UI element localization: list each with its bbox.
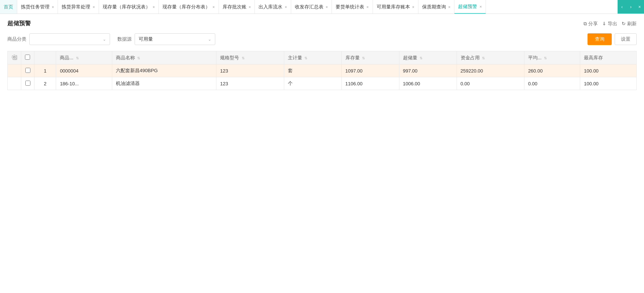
share-button[interactable]: ⧉ 分享 [583, 21, 598, 27]
nav-tab-stock-status-close[interactable]: × [153, 5, 155, 9]
row-name: 机油滤清器 [112, 77, 216, 90]
row-name: 六配套新昌490BPG [112, 64, 216, 77]
row-code: 0000004 [56, 64, 112, 77]
th-name[interactable]: 商品名称 ⇅ [112, 51, 216, 64]
filter-category: 商品分类 ⌄ [7, 33, 110, 45]
nav-arrow-right[interactable]: › [626, 0, 635, 14]
table-row: 1 0000004 六配套新昌490BPG 123 套 1097.00 997.… [8, 64, 637, 77]
nav-tab-flow-label: 出入库流水 [259, 4, 282, 10]
row-checkbox-0[interactable] [25, 68, 30, 73]
th-spec-label: 规格型号 [220, 55, 239, 60]
filter-actions: 查询 设置 [588, 33, 637, 45]
nav-tab-overstock[interactable]: 超储预警 × [454, 0, 486, 14]
nav-tab-batch-close[interactable]: × [249, 5, 251, 9]
nav-arrow-close[interactable]: × [635, 0, 644, 14]
row-gear-cell [8, 64, 21, 77]
nav-tab-summary-close[interactable]: × [326, 5, 328, 9]
row-spec: 123 [216, 64, 284, 77]
nav-tab-exception[interactable]: 拣货异常处理 × [58, 0, 99, 14]
table-header-row: 商品... ⇅ 商品名称 ⇅ 规格型号 ⇅ 主计量 ⇅ 库存量 ⇅ [8, 51, 637, 64]
category-chevron-icon: ⌄ [103, 37, 106, 42]
th-avg[interactable]: 平均... ⇅ [524, 51, 580, 64]
nav-tab-requisition[interactable]: 要货单统计表 × [332, 0, 373, 14]
query-button[interactable]: 查询 [588, 33, 612, 45]
th-code-label: 商品... [60, 55, 73, 60]
nav-tab-stock-dist[interactable]: 现存量（库存分布表） × [159, 0, 219, 14]
refresh-icon: ↻ [622, 21, 626, 26]
nav-tab-exception-label: 拣货异常处理 [62, 4, 90, 10]
select-all-checkbox[interactable] [25, 55, 30, 60]
th-index [34, 51, 56, 64]
nav-tab-batch[interactable]: 库存批次账 × [219, 0, 255, 14]
nav-tab-flow[interactable]: 出入库流水 × [255, 0, 291, 14]
nav-tab-stock-dist-close[interactable]: × [212, 5, 215, 9]
row-stock: 1097.00 [341, 64, 399, 77]
page-content: 超储预警 ⧉ 分享 ⇓ 导出 ↻ 刷新 商品分类 ⌄ 数据源 [0, 14, 644, 293]
nav-tab-summary-label: 收发存汇总表 [295, 4, 323, 10]
th-spec[interactable]: 规格型号 ⇅ [216, 51, 284, 64]
nav-tab-home-label: 首页 [4, 4, 13, 10]
gear-icon [11, 54, 17, 60]
row-index: 1 [34, 64, 56, 77]
th-max-stock-label: 最高库存 [584, 55, 603, 60]
refresh-button[interactable]: ↻ 刷新 [622, 21, 637, 27]
datasource-label: 数据源 [117, 36, 132, 42]
nav-tab-overstock-close[interactable]: × [479, 4, 482, 9]
share-icon: ⧉ [583, 21, 587, 27]
nav-arrows: ‹ › × [618, 0, 644, 14]
row-max-stock: 100.00 [580, 64, 637, 77]
th-stock[interactable]: 库存量 ⇅ [341, 51, 399, 64]
th-max-stock: 最高库存 [580, 51, 637, 64]
th-spec-sort-icon: ⇅ [242, 56, 245, 60]
th-gear[interactable] [8, 51, 21, 64]
th-stock-label: 库存量 [345, 55, 360, 60]
nav-tab-available-label: 可用量库存账本 [377, 4, 410, 10]
nav-tab-stock-status[interactable]: 现存量（库存状况表） × [99, 0, 159, 14]
nav-tab-summary[interactable]: 收发存汇总表 × [291, 0, 332, 14]
th-unit-label: 主计量 [288, 55, 302, 60]
nav-tab-batch-label: 库存批次账 [223, 4, 246, 10]
th-name-sort-icon: ⇅ [137, 56, 140, 60]
row-index: 2 [34, 77, 56, 90]
nav-tab-available[interactable]: 可用量库存账本 × [373, 0, 418, 14]
datasource-select-value: 可用量 [139, 36, 153, 42]
nav-tab-stock-status-label: 现存量（库存状况表） [103, 4, 150, 10]
row-checkbox-cell[interactable] [21, 64, 34, 77]
th-checkbox[interactable] [21, 51, 34, 64]
nav-tab-task-mgmt[interactable]: 拣货任务管理 × [17, 0, 58, 14]
settings-button[interactable]: 设置 [615, 33, 637, 45]
th-avg-sort-icon: ⇅ [544, 56, 547, 60]
row-checkbox-1[interactable] [25, 81, 30, 86]
nav-arrow-left[interactable]: ‹ [618, 0, 626, 14]
th-code[interactable]: 商品... ⇅ [56, 51, 112, 64]
nav-tab-requisition-close[interactable]: × [366, 5, 369, 9]
category-label: 商品分类 [7, 36, 26, 42]
nav-tab-expiry-close[interactable]: × [448, 5, 450, 9]
row-stock: 1106.00 [341, 77, 399, 90]
row-overstock: 997.00 [399, 64, 457, 77]
row-unit: 套 [284, 64, 341, 77]
filter-datasource: 数据源 可用量 ⌄ [117, 33, 215, 45]
category-select[interactable]: ⌄ [29, 33, 110, 45]
row-checkbox-cell[interactable] [21, 77, 34, 90]
nav-tab-task-mgmt-close[interactable]: × [52, 5, 54, 9]
header-actions: ⧉ 分享 ⇓ 导出 ↻ 刷新 [583, 21, 637, 27]
nav-tab-available-close[interactable]: × [412, 5, 414, 9]
export-label: 导出 [608, 21, 617, 27]
th-overstock[interactable]: 超储量 ⇅ [399, 51, 457, 64]
export-button[interactable]: ⇓ 导出 [602, 21, 617, 27]
row-capital: 259220.00 [457, 64, 524, 77]
row-unit: 个 [284, 77, 341, 90]
filter-row: 商品分类 ⌄ 数据源 可用量 ⌄ 查询 设置 [7, 33, 637, 45]
th-overstock-sort-icon: ⇅ [420, 56, 422, 60]
datasource-select[interactable]: 可用量 ⌄ [135, 33, 215, 45]
nav-tab-home[interactable]: 首页 [0, 0, 17, 14]
nav-tab-flow-close[interactable]: × [285, 5, 287, 9]
row-gear-cell [8, 77, 21, 90]
nav-tab-expiry[interactable]: 保质期查询 × [418, 0, 454, 14]
nav-tab-expiry-label: 保质期查询 [422, 4, 446, 10]
nav-tab-exception-close[interactable]: × [92, 5, 95, 9]
th-unit[interactable]: 主计量 ⇅ [284, 51, 341, 64]
row-avg: 0.00 [524, 77, 580, 90]
th-capital[interactable]: 资金占用 ⇅ [457, 51, 524, 64]
